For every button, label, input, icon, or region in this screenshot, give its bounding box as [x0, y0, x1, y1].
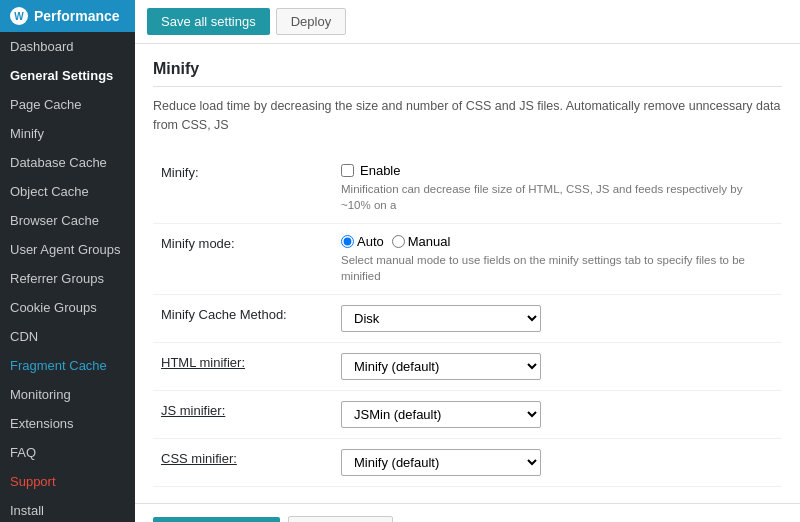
sidebar-item-user-agent-groups[interactable]: User Agent Groups [0, 235, 135, 264]
settings-row-js-minifier: JS minifier:JSMin (default)Google Closur… [153, 390, 782, 438]
sidebar-item-cookie-groups[interactable]: Cookie Groups [0, 293, 135, 322]
sidebar-item-general-settings[interactable]: General Settings [0, 61, 135, 90]
field-label-minify-mode: Minify mode: [153, 223, 333, 294]
deploy-button[interactable]: Deploy [276, 8, 346, 35]
label-text-html-minifier: HTML minifier: [161, 355, 245, 370]
settings-row-minify-mode: Minify mode:AutoManualSelect manual mode… [153, 223, 782, 294]
settings-row-minify: Minify:EnableMinification can decrease f… [153, 153, 782, 224]
save-all-settings-button[interactable]: Save all settings [153, 517, 280, 522]
save-all-settings-top-button[interactable]: Save all settings [147, 8, 270, 35]
sidebar-item-database-cache[interactable]: Database Cache [0, 148, 135, 177]
sidebar-nav: DashboardGeneral SettingsPage CacheMinif… [0, 32, 135, 522]
select-html-minifier[interactable]: Minify (default)HTML TidyNone [341, 353, 541, 380]
sidebar-item-page-cache[interactable]: Page Cache [0, 90, 135, 119]
sidebar-item-browser-cache[interactable]: Browser Cache [0, 206, 135, 235]
sidebar-item-support[interactable]: Support [0, 467, 135, 496]
checkbox-minify[interactable] [341, 164, 354, 177]
sidebar-header: W Performance [0, 0, 135, 32]
label-text-js-minifier: JS minifier: [161, 403, 225, 418]
radio-option-auto[interactable]: Auto [341, 234, 384, 249]
sidebar-item-fragment-cache[interactable]: Fragment Cache [0, 351, 135, 380]
field-label-minify-cache-method: Minify Cache Method: [153, 294, 333, 342]
sidebar-item-minify[interactable]: Minify [0, 119, 135, 148]
label-text-minify: Minify: [161, 165, 199, 180]
field-value-minify: EnableMinification can decrease file siz… [333, 153, 782, 224]
select-minify-cache-method[interactable]: DiskDatabaseMemcache [341, 305, 541, 332]
sidebar-item-cdn[interactable]: CDN [0, 322, 135, 351]
sidebar-item-extensions[interactable]: Extensions [0, 409, 135, 438]
sidebar-title: Performance [34, 8, 120, 24]
sidebar-item-faq[interactable]: FAQ [0, 438, 135, 467]
bottom-bar: Save all settings Empty cache [135, 503, 800, 522]
field-value-minify-mode: AutoManualSelect manual mode to use fiel… [333, 223, 782, 294]
field-label-html-minifier: HTML minifier: [153, 342, 333, 390]
label-text-minify-cache-method: Minify Cache Method: [161, 307, 287, 322]
field-label-js-minifier: JS minifier: [153, 390, 333, 438]
radio-input-manual[interactable] [392, 235, 405, 248]
radio-label-text-auto: Auto [357, 234, 384, 249]
checkbox-row-minify: Enable [341, 163, 774, 178]
top-bar: Save all settings Deploy [135, 0, 800, 44]
sidebar-item-dashboard[interactable]: Dashboard [0, 32, 135, 61]
field-desc-minify: Minification can decrease file size of H… [341, 181, 774, 213]
settings-table: Minify:EnableMinification can decrease f… [153, 153, 782, 487]
field-value-css-minifier: Minify (default)CSSTidyYUI CompressorNon… [333, 438, 782, 486]
checkbox-label-minify: Enable [360, 163, 400, 178]
radio-row-minify-mode: AutoManual [341, 234, 774, 249]
label-text-minify-mode: Minify mode: [161, 236, 235, 251]
settings-row-minify-cache-method: Minify Cache Method:DiskDatabaseMemcache [153, 294, 782, 342]
field-value-html-minifier: Minify (default)HTML TidyNone [333, 342, 782, 390]
main-content: Save all settings Deploy Minify Reduce l… [135, 0, 800, 522]
radio-option-manual[interactable]: Manual [392, 234, 451, 249]
sidebar-item-referrer-groups[interactable]: Referrer Groups [0, 264, 135, 293]
select-js-minifier[interactable]: JSMin (default)Google Closure CompilerYU… [341, 401, 541, 428]
field-label-minify: Minify: [153, 153, 333, 224]
field-value-js-minifier: JSMin (default)Google Closure CompilerYU… [333, 390, 782, 438]
field-desc-minify-mode: Select manual mode to use fields on the … [341, 252, 774, 284]
sidebar: W Performance DashboardGeneral SettingsP… [0, 0, 135, 522]
radio-label-text-manual: Manual [408, 234, 451, 249]
sidebar-item-object-cache[interactable]: Object Cache [0, 177, 135, 206]
section-title: Minify [153, 60, 782, 87]
sidebar-item-monitoring[interactable]: Monitoring [0, 380, 135, 409]
label-text-css-minifier: CSS minifier: [161, 451, 237, 466]
settings-row-html-minifier: HTML minifier:Minify (default)HTML TidyN… [153, 342, 782, 390]
settings-row-css-minifier: CSS minifier:Minify (default)CSSTidyYUI … [153, 438, 782, 486]
empty-cache-button[interactable]: Empty cache [288, 516, 393, 522]
field-value-minify-cache-method: DiskDatabaseMemcache [333, 294, 782, 342]
field-label-css-minifier: CSS minifier: [153, 438, 333, 486]
performance-logo-icon: W [10, 7, 28, 25]
section-description: Reduce load time by decreasing the size … [153, 97, 782, 135]
select-css-minifier[interactable]: Minify (default)CSSTidyYUI CompressorNon… [341, 449, 541, 476]
sidebar-item-install[interactable]: Install [0, 496, 135, 522]
radio-input-auto[interactable] [341, 235, 354, 248]
settings-content: Minify Reduce load time by decreasing th… [135, 44, 800, 503]
